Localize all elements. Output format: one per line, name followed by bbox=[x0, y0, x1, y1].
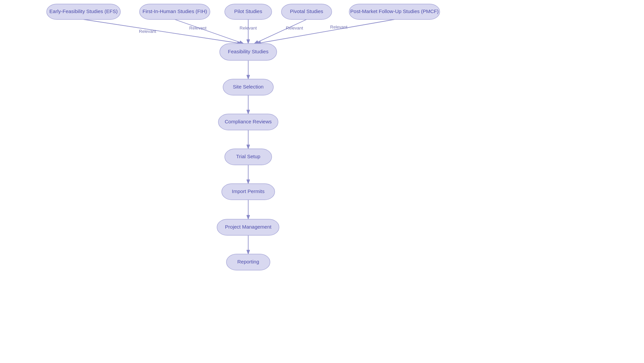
node-compliance-label: Compliance Reviews bbox=[225, 119, 272, 124]
edge-label-pivotal: Relevant bbox=[286, 25, 303, 31]
edge-label-efs: Relevant bbox=[139, 29, 156, 34]
node-pilot-label: Pilot Studies bbox=[234, 8, 262, 14]
edge-label-pmcf: Relevant bbox=[330, 24, 347, 29]
node-feasibility-label: Feasibility Studies bbox=[228, 49, 269, 54]
node-pmcf-label: Post-Market Follow-Up Studies (PMCF) bbox=[350, 8, 438, 14]
node-project-label: Project Management bbox=[225, 224, 272, 230]
edge-fih-feasibility bbox=[175, 19, 244, 44]
edge-label-fih: Relevant bbox=[189, 25, 207, 31]
edge-label-pilot: Relevant bbox=[239, 25, 257, 31]
node-fih-label: First-In-Human Studies (FIH) bbox=[143, 8, 207, 14]
edge-pivotal-feasibility bbox=[254, 19, 307, 44]
node-import-label: Import Permits bbox=[232, 188, 265, 194]
node-trial-label: Trial Setup bbox=[236, 154, 260, 159]
node-efs-label: Early-Feasibility Studies (EFS) bbox=[49, 8, 117, 14]
node-pivotal-label: Pivotal Studies bbox=[290, 8, 323, 14]
edge-efs-feasibility bbox=[84, 19, 241, 44]
node-site-label: Site Selection bbox=[233, 84, 264, 89]
node-reporting-label: Reporting bbox=[237, 259, 259, 264]
workflow-diagram: Relevant Relevant Relevant Relevant Rele… bbox=[0, 0, 644, 363]
edge-pmcf-feasibility bbox=[257, 19, 394, 44]
